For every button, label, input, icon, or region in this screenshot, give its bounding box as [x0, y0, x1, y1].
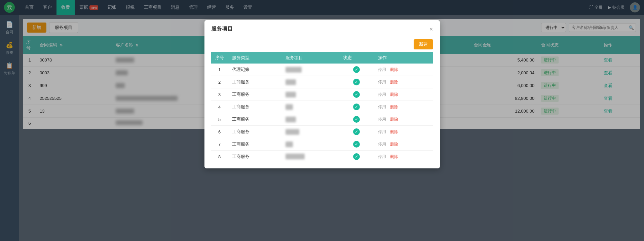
status-check-icon: ✓ [353, 116, 360, 123]
modal-cell-status: ✓ [339, 126, 374, 138]
delete-button[interactable]: 删除 [390, 80, 398, 84]
delete-button[interactable]: 删除 [390, 129, 398, 134]
stop-button[interactable]: 停用 [378, 154, 386, 159]
modal-cell-seq: 8 [211, 151, 228, 163]
main-content-area: 新增 服务项目 进行中 已结束 全部 🔍 [19, 15, 644, 241]
stop-button[interactable]: 停用 [378, 129, 386, 134]
status-check-icon: ✓ [353, 91, 360, 98]
main-layout: 📄 合同 💰 收费 📋 对账单 新增 服务项目 进行中 已结束 全部 [0, 15, 644, 241]
modal-cell-action: 停用 删除 [374, 126, 433, 138]
modal-new-button[interactable]: 新建 [414, 39, 433, 49]
modal-cell-action: 停用 删除 [374, 101, 433, 113]
modal-cell-action: 停用 删除 [374, 64, 433, 76]
modal-cell-seq: 1 [211, 64, 228, 76]
modal-cell-item: ████1 [281, 64, 339, 76]
modal-cell-action: 停用 删除 [374, 113, 433, 126]
modal-cell-seq: 2 [211, 76, 228, 88]
modal-col-status: 状态 [339, 52, 374, 64]
modal-cell-status: ✓ [339, 64, 374, 76]
modal-table-row: 1 代理记账 ████1 ✓ 停用 删除 [211, 64, 433, 76]
modal-cell-seq: 4 [211, 101, 228, 113]
modal-cell-action: 停用 删除 [374, 151, 433, 163]
delete-button[interactable]: 删除 [390, 67, 398, 72]
modal-toolbar: 新建 [204, 37, 440, 52]
modal-cell-status: ✓ [339, 88, 374, 101]
modal-cell-item: ███注册 [281, 151, 339, 163]
modal-cell-type: 工商服务 [228, 101, 281, 113]
modal-cell-seq: 7 [211, 138, 228, 151]
delete-button[interactable]: 删除 [390, 92, 398, 97]
modal-cell-type: 工商服务 [228, 151, 281, 163]
modal-cell-item: ████ [281, 126, 339, 138]
modal-cell-status: ✓ [339, 138, 374, 151]
modal-table-row: 8 工商服务 ███注册 ✓ 停用 删除 [211, 151, 433, 163]
modal-col-item: 服务项目 [281, 52, 339, 64]
modal-cell-status: ✓ [339, 151, 374, 163]
stop-button[interactable]: 停用 [378, 142, 386, 147]
modal-cell-action: 停用 删除 [374, 76, 433, 88]
delete-button[interactable]: 删除 [390, 154, 398, 159]
modal-cell-type: 工商服务 [228, 126, 281, 138]
status-check-icon: ✓ [353, 153, 360, 160]
modal-cell-type: 工商服务 [228, 113, 281, 126]
modal-cell-item: ███ [281, 76, 339, 88]
status-check-icon: ✓ [353, 66, 360, 73]
modal-cell-type: 代理记账 [228, 64, 281, 76]
modal-cell-seq: 3 [211, 88, 228, 101]
modal-col-type: 服务类型 [228, 52, 281, 64]
modal-table-body: 1 代理记账 ████1 ✓ 停用 删除 2 工商服务 ███ ✓ 停用 删除 … [211, 64, 433, 163]
modal-cell-type: 工商服务 [228, 138, 281, 151]
modal-table-row: 5 工商服务 ███ ✓ 停用 删除 [211, 113, 433, 126]
modal-cell-seq: 6 [211, 126, 228, 138]
modal-overlay[interactable]: 服务项目 × 新建 序号 服务类型 服务项目 状态 [19, 15, 644, 241]
stop-button[interactable]: 停用 [378, 105, 386, 109]
status-check-icon: ✓ [353, 79, 360, 85]
stop-button[interactable]: 停用 [378, 92, 386, 97]
modal-table-header: 序号 服务类型 服务项目 状态 操作 [211, 52, 433, 64]
modal-cell-status: ✓ [339, 113, 374, 126]
stop-button[interactable]: 停用 [378, 117, 386, 122]
modal-close-button[interactable]: × [429, 26, 433, 32]
modal-cell-item: ██ [281, 138, 339, 151]
modal-service-table: 序号 服务类型 服务项目 状态 操作 1 代理记账 ████1 ✓ 停用 [211, 52, 433, 163]
modal-cell-item: ██ [281, 101, 339, 113]
modal-title: 服务项目 [211, 26, 233, 33]
modal-cell-action: 停用 删除 [374, 88, 433, 101]
delete-button[interactable]: 删除 [390, 117, 398, 122]
stop-button[interactable]: 停用 [378, 80, 386, 84]
modal-header: 服务项目 × [204, 20, 440, 37]
delete-button[interactable]: 删除 [390, 105, 398, 109]
modal-table-wrap: 序号 服务类型 服务项目 状态 操作 1 代理记账 ████1 ✓ 停用 [204, 52, 440, 168]
modal-cell-type: 工商服务 [228, 88, 281, 101]
status-check-icon: ✓ [353, 128, 360, 135]
modal-cell-type: 工商服务 [228, 76, 281, 88]
modal-col-seq: 序号 [211, 52, 228, 64]
modal-cell-seq: 5 [211, 113, 228, 126]
stop-button[interactable]: 停用 [378, 67, 386, 72]
modal-cell-item: ███ [281, 88, 339, 101]
modal-table-row: 4 工商服务 ██ ✓ 停用 删除 [211, 101, 433, 113]
modal-table-row: 3 工商服务 ███ ✓ 停用 删除 [211, 88, 433, 101]
modal-table-row: 6 工商服务 ████ ✓ 停用 删除 [211, 126, 433, 138]
modal-table-row: 7 工商服务 ██ ✓ 停用 删除 [211, 138, 433, 151]
modal-cell-action: 停用 删除 [374, 138, 433, 151]
delete-button[interactable]: 删除 [390, 142, 398, 147]
service-modal: 服务项目 × 新建 序号 服务类型 服务项目 状态 [204, 20, 440, 168]
modal-cell-status: ✓ [339, 76, 374, 88]
modal-cell-status: ✓ [339, 101, 374, 113]
modal-cell-item: ███ [281, 113, 339, 126]
modal-table-row: 2 工商服务 ███ ✓ 停用 删除 [211, 76, 433, 88]
status-check-icon: ✓ [353, 141, 360, 148]
status-check-icon: ✓ [353, 104, 360, 110]
modal-col-action: 操作 [374, 52, 433, 64]
